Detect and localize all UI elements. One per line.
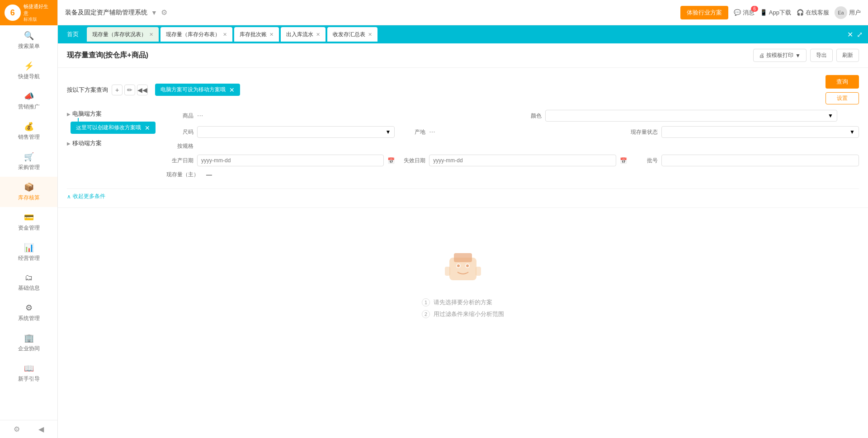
refresh-button[interactable]: 刷新 [836,49,859,62]
tab-batch-account[interactable]: 库存批次账 ✕ [234,27,279,42]
expire-date-label: 失效日期 [398,157,425,165]
filter-size: 尺码 ▼ [166,126,395,138]
prod-date-input[interactable] [197,155,384,166]
sidebar-item-operations[interactable]: 📊 经营管理 [0,237,57,268]
tooltip1-close-icon[interactable]: ✕ [229,86,235,94]
collapse-more-button[interactable]: ∧ 收起更多条件 [67,193,859,200]
user-area[interactable]: Ea 用户 [835,6,861,19]
filter-batch: 批号 [631,155,859,166]
sidebar-item-search[interactable]: 🔍 搜索菜单 [0,25,57,56]
svg-rect-6 [445,267,450,276]
tab-close-icon[interactable]: ✕ [149,32,153,38]
size-label: 尺码 [166,128,193,136]
sidebar-logo: 6 畅捷通好生意 标准版 [0,0,57,25]
batch-input[interactable] [661,155,859,166]
sidebar-item-inventory[interactable]: 📦 库存核算 [0,177,57,207]
tab-inventory-status[interactable]: 现存量（库存状况表） ✕ [87,27,159,42]
export-button[interactable]: 导出 [810,49,833,62]
color-label: 颜色 [514,112,542,120]
tab-close-icon[interactable]: ✕ [316,32,320,38]
sidebar-item-enterprise[interactable]: 🏢 企业协同 [0,328,57,358]
dropdown-arrow-icon: ▼ [795,52,801,59]
sidebar-item-marketing[interactable]: 📣 营销推广 [0,86,57,116]
back-scheme-button[interactable]: ◀◀ [137,85,148,95]
sidebar-item-label: 经营管理 [18,254,40,262]
origin-dots[interactable]: ··· [429,128,435,136]
empty-state: 1 请先选择要分析的方案 2 用过滤条件来缩小分析范围 [58,208,868,356]
sidebar-item-quicknav[interactable]: ⚡ 快捷导航 [0,56,57,86]
filter-product: 商品 ··· [166,112,489,120]
sidebar-bottom: ⚙ ◀ [0,420,57,438]
dot-indicator [76,122,80,126]
tooltip2-close-icon[interactable]: ✕ [145,124,150,132]
edit-scheme-button[interactable]: ✏ [124,85,135,95]
tab-close-icon[interactable]: ✕ [368,32,372,38]
template-print-button[interactable]: 🖨 按模板打印 ▼ [753,49,807,62]
sidebar-item-label: 库存核算 [18,194,40,202]
scheme-expand-arrow2: ▶ [67,141,71,146]
sidebar-item-purchase[interactable]: 🛒 采购管理 [0,146,57,177]
sidebar-item-guide[interactable]: 📖 新手引导 [0,358,57,388]
base-icon: 🗂 [25,273,33,283]
tab-close-icon[interactable]: ✕ [269,32,274,38]
tab-summary[interactable]: 收发存汇总表 ✕ [327,27,377,42]
expire-date-input[interactable] [429,155,616,166]
scheme-desktop[interactable]: ▶ 电脑端方案 [67,110,156,118]
main-area: 装备及固定资产辅助管理系统 ▼ ⚙ 体验行业方案 💬 消息 6 📱 App下载 … [58,0,868,438]
expand-icon[interactable]: ⤢ [857,30,863,39]
tab-inventory-distribution[interactable]: 现存量（库存分布表） ✕ [160,27,232,42]
printer-icon: 🖨 [759,52,764,59]
message-icon: 💬 [734,9,741,16]
online-support-button[interactable]: 🎧 在线客服 [797,9,829,17]
page-header: 现存量查询(按仓库+商品) 🖨 按模板打印 ▼ 导出 刷新 [58,43,868,68]
headset-icon: 🎧 [797,9,804,16]
dropdown-icon: ▼ [828,113,833,119]
tab-close-icon[interactable]: ✕ [223,32,227,38]
query-button[interactable]: 查询 [826,75,859,89]
empty-tip-2: 2 用过滤条件来缩小分析范围 [422,308,504,320]
empty-tips: 1 请先选择要分析的方案 2 用过滤条件来缩小分析范围 [422,297,504,320]
message-button[interactable]: 💬 消息 6 [734,9,755,17]
collapse-sidebar-icon[interactable]: ◀ [38,425,44,433]
product-dots[interactable]: ··· [197,112,203,120]
system-title-dropdown-icon[interactable]: ▼ [151,9,157,16]
sidebar-item-base[interactable]: 🗂 基础信息 [0,268,57,297]
page-title: 现存量查询(按仓库+商品) [67,51,148,60]
add-scheme-button[interactable]: + [112,85,123,95]
industry-plan-button[interactable]: 体验行业方案 [680,6,728,19]
settings-bottom-icon[interactable]: ⚙ [14,425,20,433]
filter-color: 颜色 ▼ [514,110,837,122]
user-label: 用户 [849,9,861,17]
filter-expire-date: 失效日期 📅 [398,155,627,166]
phone-icon: 📱 [760,9,767,16]
svg-rect-1 [454,253,472,262]
sidebar-item-finance[interactable]: 💳 资金管理 [0,207,57,237]
close-all-tabs-icon[interactable]: ✕ [847,30,853,39]
filter-prod-date: 生产日期 📅 [166,155,395,166]
system-icon: ⚙ [25,303,33,313]
settings-icon[interactable]: ⚙ [161,8,167,17]
sidebar-nav: 🔍 搜索菜单 ⚡ 快捷导航 📣 营销推广 💰 销售管理 🛒 采购管理 📦 库存核… [0,25,57,420]
color-dropdown[interactable]: ▼ [545,110,837,122]
sidebar-item-label: 搜索菜单 [18,42,40,50]
stock-status-dropdown[interactable]: ▼ [661,126,859,138]
scheme-mobile[interactable]: ▶ 移动端方案 [67,139,156,147]
purchase-icon: 🛒 [24,152,34,162]
sidebar-item-sales[interactable]: 💰 销售管理 [0,116,57,146]
stock-status-label: 现存量状态 [631,128,658,136]
filter-stock-status: 现存量状态 ▼ [631,126,859,138]
prod-date-calendar-icon[interactable]: 📅 [387,157,395,164]
tooltip-create-scheme: 这里可以创建和修改方案哦 ✕ [71,122,156,134]
marketing-icon: 📣 [24,91,34,101]
expire-date-calendar-icon[interactable]: 📅 [620,157,627,164]
sidebar-item-system[interactable]: ⚙ 系统管理 [0,297,57,328]
tab-home[interactable]: 首页 [60,25,86,43]
app-download-button[interactable]: 📱 App下载 [760,9,791,17]
tab-label: 现存量（库存状况表） [92,31,146,38]
reset-button[interactable]: 设置 [826,92,859,104]
size-dropdown[interactable]: ▼ [197,126,395,138]
support-label: 在线客服 [806,9,829,17]
user-avatar: Ea [835,6,847,19]
filter-stock-main: 现存量（主） — [166,171,859,179]
tab-inout-flow[interactable]: 出入库流水 ✕ [281,27,326,42]
